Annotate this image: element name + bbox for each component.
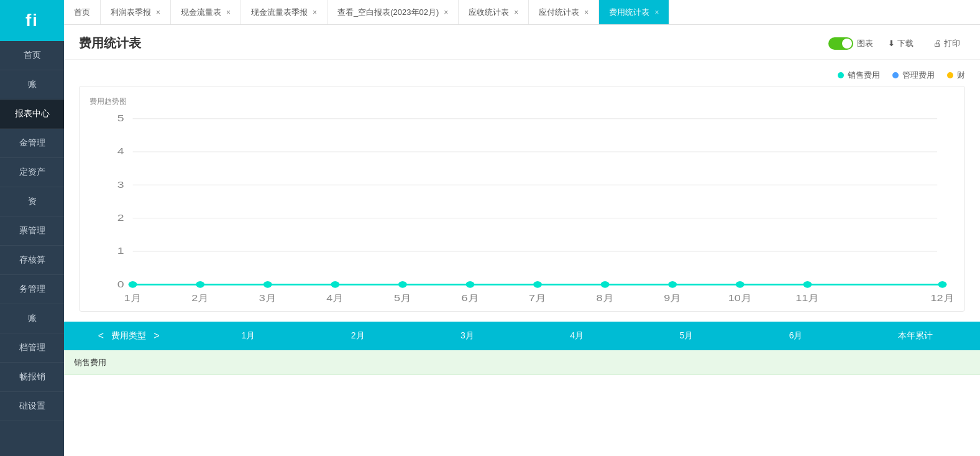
svg-text:10月: 10月 [728,293,752,302]
legend-dot-sales [838,72,844,78]
svg-point-17 [398,281,407,288]
sidebar-item-reports[interactable]: 报表中心 [0,100,64,129]
svg-point-13 [129,281,137,288]
svg-point-15 [263,281,272,288]
print-button[interactable]: 🖨 打印 [928,35,965,52]
sidebar-item-fixed-assets[interactable]: 定资产 [0,158,64,187]
tab-receivable[interactable]: 应收统计表 × [459,0,529,25]
tab-profit[interactable]: 利润表季报 × [101,0,171,25]
svg-text:5: 5 [117,113,124,123]
app-logo: fi [0,0,64,41]
expense-table: < 费用类型 > 1月 2月 3月 4月 5月 6月 本年累计 销售费用 [64,322,980,375]
sidebar-item-inventory[interactable]: 存核算 [0,246,64,275]
svg-point-18 [466,281,475,288]
svg-text:3月: 3月 [259,293,277,302]
svg-text:4: 4 [117,146,124,157]
table-row: 销售费用 [64,350,980,375]
chart-toggle-wrap: 图表 [828,37,873,50]
tab-payable[interactable]: 应付统计表 × [529,0,599,25]
sidebar-item-accounts[interactable]: 账 [0,70,64,100]
svg-text:3: 3 [117,179,124,190]
print-icon: 🖨 [933,39,941,48]
svg-text:2月: 2月 [191,293,209,302]
svg-point-21 [668,281,677,288]
th-ytd: 本年累计 [851,330,980,342]
svg-text:11月: 11月 [795,293,819,302]
tab-close-expense-stat[interactable]: × [654,8,659,17]
page-title: 费用统计表 [79,35,141,52]
main-area: 首页 利润表季报 × 现金流量表 × 现金流量表季报 × 查看_空白报表(202… [64,0,980,456]
page-content: 费用统计表 图表 ⬇ 下载 🖨 打印 [64,25,980,456]
tab-home[interactable]: 首页 [64,0,101,25]
legend-sales: 销售费用 [838,70,880,81]
chart-toggle-label: 图表 [857,38,873,49]
chart-section: 销售费用 管理费用 财 费用趋势图 [64,60,980,322]
svg-point-24 [938,281,947,288]
th-m2: 2月 [303,330,413,342]
tab-close-cashflow-q[interactable]: × [313,8,317,17]
legend-finance: 财 [947,70,965,81]
legend-label-sales: 销售费用 [848,70,880,81]
chart-title: 费用趋势图 [89,96,955,107]
sidebar-item-invoice[interactable]: 票管理 [0,216,64,246]
tab-expense-stat[interactable]: 费用统计表 × [599,0,669,25]
svg-point-14 [196,281,204,288]
tab-cashflow-q[interactable]: 现金流量表季报 × [241,0,327,25]
svg-point-23 [803,281,812,288]
prev-months-button[interactable]: < [96,329,106,343]
svg-point-20 [601,281,610,288]
th-m5: 5月 [631,330,741,342]
tab-close-payable[interactable]: × [584,8,588,17]
line-chart: 5 4 3 2 1 0 [89,112,955,311]
legend-dot-admin [892,72,899,78]
th-m4: 4月 [522,330,631,342]
svg-text:4月: 4月 [326,293,344,302]
tab-close-cashflow[interactable]: × [226,8,231,17]
table-header: < 费用类型 > 1月 2月 3月 4月 5月 6月 本年累计 [64,322,980,350]
sidebar-item-home[interactable]: 首页 [0,41,64,70]
header-actions: 图表 ⬇ 下载 🖨 打印 [828,35,965,52]
th-type: < 费用类型 > [64,329,193,343]
print-label: 打印 [944,38,960,49]
svg-text:12月: 12月 [930,293,954,302]
sidebar-item-settings[interactable]: 础设置 [0,392,64,421]
sidebar-item-services[interactable]: 务管理 [0,275,64,304]
svg-text:8月: 8月 [597,293,614,302]
legend-admin: 管理费用 [892,70,935,81]
tab-close-blank[interactable]: × [444,8,448,17]
tab-blank-report[interactable]: 查看_空白报表(2023年02月) × [327,0,459,25]
th-m1: 1月 [193,330,303,342]
sidebar-item-fund[interactable]: 金管理 [0,129,64,158]
svg-text:0: 0 [117,279,124,289]
next-months-button[interactable]: > [151,329,162,343]
svg-point-19 [533,281,542,288]
sidebar: fi 首页 账 报表中心 金管理 定资产 资 票管理 存核算 务管理 账 档管理… [0,0,64,456]
th-m3: 3月 [413,330,522,342]
download-label: 下载 [897,38,914,49]
chart-container: 费用趋势图 5 4 3 2 1 0 [79,86,965,312]
svg-text:9月: 9月 [664,293,681,302]
th-m6: 6月 [741,330,850,342]
tab-bar: 首页 利润表季报 × 现金流量表 × 现金流量表季报 × 查看_空白报表(202… [64,0,980,25]
legend-label-admin: 管理费用 [902,70,935,81]
chart-legend: 销售费用 管理费用 财 [79,70,965,81]
td-type-sales: 销售费用 [64,357,198,368]
sidebar-item-archive[interactable]: 档管理 [0,333,64,363]
svg-text:2: 2 [117,212,124,223]
svg-text:5月: 5月 [394,293,411,302]
download-icon: ⬇ [888,39,895,48]
svg-text:1月: 1月 [124,293,142,302]
svg-text:7月: 7月 [529,293,546,302]
tab-close-profit[interactable]: × [156,8,160,17]
page-header: 费用统计表 图表 ⬇ 下载 🖨 打印 [64,25,980,60]
svg-point-22 [736,281,744,288]
sidebar-item-ledger[interactable]: 账 [0,304,64,333]
chart-toggle[interactable] [828,37,853,50]
svg-text:1: 1 [117,246,124,256]
download-button[interactable]: ⬇ 下载 [883,35,918,52]
sidebar-item-investment[interactable]: 资 [0,187,64,216]
sidebar-item-expense[interactable]: 畅报销 [0,363,64,392]
legend-dot-finance [947,72,953,78]
tab-close-receivable[interactable]: × [514,8,518,17]
tab-cashflow[interactable]: 现金流量表 × [171,0,241,25]
